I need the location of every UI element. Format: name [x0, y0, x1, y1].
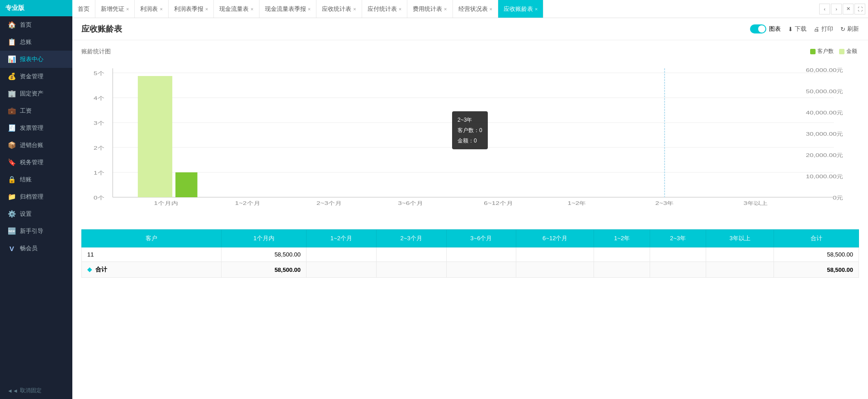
total-6-12m — [516, 262, 594, 278]
svg-text:0元: 0元 — [833, 195, 843, 200]
cell-3y-plus — [706, 247, 774, 262]
svg-text:3个: 3个 — [94, 120, 104, 126]
cell-2-3y — [650, 247, 706, 262]
tab-close-business-stat[interactable]: × — [490, 6, 492, 12]
tab-close-cashflow[interactable]: × — [250, 6, 253, 12]
sidebar-item-assets[interactable]: 🏢 固定资产 — [0, 85, 72, 102]
unpin-icon: ◄◄ — [7, 388, 18, 394]
svg-text:6~12个月: 6~12个月 — [484, 200, 513, 206]
page-title: 应收账龄表 — [81, 24, 750, 34]
sidebar-unpin-button[interactable]: ◄◄ 取消固定 — [0, 382, 72, 399]
tab-expense-stat[interactable]: 费用统计表 × — [407, 0, 453, 18]
tab-receivable-stat[interactable]: 应收统计表 × — [316, 0, 362, 18]
amount-legend-dot — [839, 49, 844, 54]
col-header-total: 合计 — [774, 230, 859, 247]
payroll-icon: 💼 — [7, 107, 16, 115]
sidebar-logo: 专业版 — [0, 0, 72, 16]
sidebar-item-reports[interactable]: 📊 报表中心 — [0, 51, 72, 68]
ledger-icon: 📋 — [7, 38, 16, 46]
svg-text:0个: 0个 — [94, 195, 104, 200]
svg-text:60,000.00元: 60,000.00元 — [806, 67, 844, 73]
sidebar: 专业版 🏠 首页 📋 总账 📊 报表中心 💰 资金管理 🏢 固定资产 💼 工资 … — [0, 0, 72, 399]
table-area: 客户 1个月内 1~2个月 2~3个月 3~6个月 6~12个月 1~2年 2~… — [72, 229, 868, 287]
svg-text:1~2年: 1~2年 — [567, 200, 586, 206]
vip-icon: V — [7, 245, 16, 252]
aging-table: 客户 1个月内 1~2个月 2~3个月 3~6个月 6~12个月 1~2年 2~… — [81, 229, 859, 278]
download-icon: ⬇ — [788, 26, 793, 33]
tab-payable-stat[interactable]: 应付统计表 × — [362, 0, 407, 18]
cell-customer: 11 — [82, 247, 222, 262]
tab-cashflow-quarter[interactable]: 现金流量表季报 × — [259, 0, 316, 18]
tab-close-expense-stat[interactable]: × — [444, 6, 447, 12]
sidebar-item-guide[interactable]: 🆕 新手引导 — [0, 223, 72, 240]
sidebar-item-ledger[interactable]: 📋 总账 — [0, 33, 72, 51]
toggle-label: 图表 — [769, 25, 781, 33]
tab-close-profit-quarter[interactable]: × — [205, 6, 208, 12]
col-header-1-2m: 1~2个月 — [306, 230, 376, 247]
cell-2-3m — [376, 247, 446, 262]
sidebar-item-vip[interactable]: V 畅会员 — [0, 240, 72, 257]
sidebar-item-stock[interactable]: 📦 进销台账 — [0, 137, 72, 154]
sidebar-item-invoice[interactable]: 🧾 发票管理 — [0, 119, 72, 137]
reports-icon: 📊 — [7, 55, 16, 63]
tab-close-payable-stat[interactable]: × — [399, 6, 401, 12]
toggle-switch-control[interactable] — [750, 24, 766, 33]
chart-wrapper: 0个 1个 2个 3个 4个 5个 0元 10,000.00元 20,000.0… — [81, 59, 859, 222]
tab-close-voucher[interactable]: × — [126, 6, 129, 12]
chart-legend: 客户数 金额 — [810, 48, 857, 55]
tab-close-cashflow-quarter[interactable]: × — [308, 6, 311, 12]
svg-text:2个: 2个 — [94, 145, 104, 151]
tab-maximize-button[interactable]: ⛶ — [854, 4, 865, 14]
cell-6-12m — [516, 247, 594, 262]
cell-1m: 58,500.00 — [222, 247, 307, 262]
tab-profit-quarter[interactable]: 利润表季报 × — [169, 0, 214, 18]
total-3-6m — [446, 262, 516, 278]
tab-business-stat[interactable]: 经营状况表 × — [453, 0, 498, 18]
archive-icon: 📁 — [7, 193, 16, 201]
sidebar-item-payroll[interactable]: 💼 工资 — [0, 102, 72, 119]
tab-home[interactable]: 首页 — [72, 0, 95, 18]
chart-toggle[interactable]: 图表 — [750, 24, 781, 33]
total-1-2y — [594, 262, 650, 278]
tab-close-profit[interactable]: × — [160, 6, 162, 12]
tab-next-button[interactable]: › — [831, 4, 842, 14]
total-2-3y — [650, 262, 706, 278]
header-actions: 图表 ⬇ 下载 🖨 打印 ↻ 刷新 — [750, 24, 859, 33]
tax-icon: 🔖 — [7, 158, 16, 166]
sidebar-item-settings[interactable]: ⚙️ 设置 — [0, 205, 72, 223]
cell-1-2y — [594, 247, 650, 262]
page-content: 应收账龄表 图表 ⬇ 下载 🖨 打印 ↻ 刷新 — [72, 18, 868, 399]
sidebar-item-close[interactable]: 🔒 结账 — [0, 171, 72, 188]
col-header-customer: 客户 — [82, 230, 222, 247]
svg-text:3年以上: 3年以上 — [744, 200, 768, 206]
main-content: 首页 新增凭证 × 利润表 × 利润表季报 × 现金流量表 × 现金流量表季报 … — [72, 0, 868, 399]
print-button[interactable]: 🖨 打印 — [814, 25, 833, 33]
tab-close-receivable-stat[interactable]: × — [353, 6, 356, 12]
table-row: 11 58,500.00 58,500.00 — [82, 247, 859, 262]
assets-icon: 🏢 — [7, 90, 16, 98]
stock-icon: 📦 — [7, 141, 16, 149]
tab-prev-button[interactable]: ‹ — [819, 4, 830, 14]
tab-profit[interactable]: 利润表 × — [135, 0, 168, 18]
customers-legend-dot — [810, 49, 816, 54]
tab-close-all-button[interactable]: ✕ — [843, 4, 854, 14]
col-header-1-2y: 1~2年 — [594, 230, 650, 247]
sidebar-item-home[interactable]: 🏠 首页 — [0, 16, 72, 33]
tab-close-aging[interactable]: × — [535, 6, 538, 12]
print-icon: 🖨 — [814, 26, 820, 33]
total-all: 58,500.00 — [774, 262, 859, 278]
settings-icon: ⚙️ — [7, 210, 16, 218]
sidebar-item-archive[interactable]: 📁 归档管理 — [0, 188, 72, 205]
tab-cashflow[interactable]: 现金流量表 × — [214, 0, 259, 18]
sidebar-item-fund[interactable]: 💰 资金管理 — [0, 68, 72, 85]
sidebar-item-tax[interactable]: 🔖 税务管理 — [0, 154, 72, 171]
refresh-button[interactable]: ↻ 刷新 — [840, 25, 859, 33]
svg-text:5个: 5个 — [94, 71, 104, 76]
col-header-3-6m: 3~6个月 — [446, 230, 516, 247]
download-button[interactable]: ⬇ 下载 — [788, 25, 807, 33]
svg-text:2~3年: 2~3年 — [656, 200, 674, 206]
tab-voucher[interactable]: 新增凭证 × — [95, 0, 135, 18]
cell-1-2m — [306, 247, 376, 262]
tab-aging[interactable]: 应收账龄表 × — [498, 0, 543, 18]
svg-text:2~3个月: 2~3个月 — [316, 200, 342, 206]
